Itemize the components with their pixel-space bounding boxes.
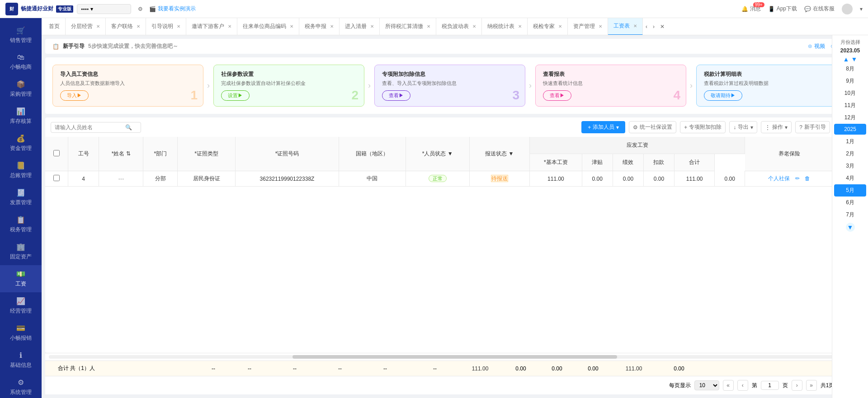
month-item-10[interactable]: 10月 <box>834 87 866 99</box>
tab-tax-rebate[interactable]: 税负波动表 ✕ <box>436 18 482 35</box>
tab-tax-expert[interactable]: 税检专家 ✕ <box>528 18 568 35</box>
select-all-checkbox[interactable] <box>53 150 60 156</box>
row-name: ▪▪▪ <box>99 171 143 187</box>
first-page-btn[interactable]: « <box>723 380 734 391</box>
month-item-12[interactable]: 12月 <box>834 112 866 124</box>
tab-asset-mgmt[interactable]: 资产管理 ✕ <box>568 18 608 35</box>
last-page-btn[interactable]: » <box>806 380 817 391</box>
sidebar-item-ledger[interactable]: 📒 总账管理 <box>0 157 42 184</box>
month-item-5[interactable]: 5月 <box>834 184 866 197</box>
sidebar-item-system[interactable]: ⚙ 系统管理 <box>0 374 42 398</box>
sidebar-item-invoice[interactable]: 🧾 发票管理 <box>0 184 42 211</box>
month-up-btn[interactable]: ▲ <box>843 56 850 63</box>
avatar[interactable] <box>842 4 853 14</box>
month-item-11[interactable]: 11月 <box>834 99 866 112</box>
prev-page-btn[interactable]: ‹ <box>737 380 748 391</box>
tab-next-btn[interactable]: › <box>650 18 657 35</box>
settings-icon[interactable]: ⚙ <box>135 4 146 14</box>
sidebar-item-inventory[interactable]: 📊 库存核算 <box>0 103 42 130</box>
step-btn-5[interactable]: 敬请期待▶ <box>704 90 742 101</box>
th-status[interactable]: *人员状态 ▼ <box>406 137 469 171</box>
tab-clearbook[interactable]: 进入清册 ✕ <box>340 18 380 35</box>
tab-tax-report-close[interactable]: ✕ <box>330 24 334 29</box>
operate-btn[interactable]: ⋮ 操作 ▾ <box>761 121 792 133</box>
action-edit[interactable]: ✏ <box>795 175 800 182</box>
tab-tax-stats-close[interactable]: ✕ <box>518 24 522 29</box>
step-btn-1[interactable]: 导入▶ <box>60 90 89 101</box>
sidebar-item-operations[interactable]: 📈 经营管理 <box>0 292 42 319</box>
action-social-insurance[interactable]: 个人社保 <box>768 175 790 182</box>
tab-partition-close[interactable]: ✕ <box>96 24 100 29</box>
sidebar-item-tax[interactable]: 📋 税务管理 <box>0 211 42 238</box>
next-page-btn[interactable]: › <box>792 380 802 391</box>
tab-tax-expert-close[interactable]: ✕ <box>558 24 562 29</box>
step-btn-3[interactable]: 查看▶ <box>382 90 410 101</box>
tab-asset-mgmt-close[interactable]: ✕ <box>599 24 602 29</box>
new-guide-btn[interactable]: ? 新手引导 <box>795 121 830 133</box>
online-service-btn[interactable]: 💬 在线客服 <box>804 5 835 13</box>
tab-tax-stats[interactable]: 纳税统计表 ✕ <box>482 18 528 35</box>
month-item-9[interactable]: 9月 <box>834 75 866 87</box>
tab-tax-calc[interactable]: 所得税汇算清缴 ✕ <box>380 18 436 35</box>
tab-close-all-btn[interactable]: ✕ <box>657 18 667 35</box>
tab-tax-rebate-close[interactable]: ✕ <box>472 24 476 29</box>
sidebar-item-basic[interactable]: ℹ 基础信息 <box>0 346 42 374</box>
tab-home[interactable]: 首页 <box>43 18 66 35</box>
search-icon[interactable]: 🔍 <box>125 124 132 131</box>
sidebar-item-salary[interactable]: 💵 工资 <box>0 265 42 292</box>
step-btn-2[interactable]: 设置▶ <box>221 90 250 101</box>
notification-btn[interactable]: 🔔 消息 99+ <box>741 5 761 13</box>
sidebar-item-assets[interactable]: 🏢 固定资产 <box>0 238 42 265</box>
sidebar-item-purchase[interactable]: 📦 采购管理 <box>0 75 42 103</box>
company-selector[interactable]: ▪▪▪▪ ▾ <box>77 4 131 14</box>
month-item-8[interactable]: 8月 <box>834 63 866 75</box>
tab-invite[interactable]: 邀请下游客户 ✕ <box>186 18 237 35</box>
tab-payroll[interactable]: 工资表 ✕ <box>608 18 643 35</box>
page-size-select[interactable]: 10 20 50 100 <box>694 380 719 390</box>
unified-settings-btn[interactable]: ⚙ 统一社保设置 <box>629 121 676 133</box>
search-input[interactable] <box>55 124 123 131</box>
row-dept: 分部 <box>143 171 178 187</box>
demo-link[interactable]: 🎬 我要看实例演示 <box>149 5 196 13</box>
month-item-6[interactable]: 6月 <box>834 197 866 209</box>
user-menu-btn[interactable]: ▾ <box>860 6 863 12</box>
month-down-btn[interactable]: ▼ <box>851 56 858 63</box>
tab-clearbook-close[interactable]: ✕ <box>370 24 374 29</box>
sidebar-item-finance[interactable]: 💰 资金管理 <box>0 130 42 157</box>
sidebar-item-sales[interactable]: 🛒 销售管理 <box>0 22 42 49</box>
month-item-7[interactable]: 7月 <box>834 209 866 221</box>
row-select-checkbox[interactable] <box>53 175 60 181</box>
tab-guide[interactable]: 引导说明 ✕ <box>146 18 186 35</box>
th-report-status[interactable]: 报送状态 ▼ <box>469 137 529 171</box>
page-input[interactable] <box>761 381 779 390</box>
logo-area: 财 畅捷通好业财 专业版 <box>5 3 73 15</box>
add-person-btn[interactable]: + 添加人员 ▾ <box>581 121 625 133</box>
app-download-btn[interactable]: 📱 App下载 <box>768 5 797 13</box>
th-name[interactable]: *姓名 ⇅ <box>99 137 143 171</box>
tab-tax-report[interactable]: 税务申报 ✕ <box>299 18 340 35</box>
tab-invite-close[interactable]: ✕ <box>228 24 231 29</box>
special-deduct-btn[interactable]: + 专项附加扣除 <box>680 121 726 133</box>
export-btn[interactable]: ↓ 导出 ▾ <box>729 121 757 133</box>
tab-guide-close[interactable]: ✕ <box>177 24 180 29</box>
tab-prev-btn[interactable]: ‹ <box>643 18 650 35</box>
month-item-2[interactable]: 2月 <box>834 148 866 160</box>
month-item-1[interactable]: 1月 <box>834 136 866 148</box>
tab-customer[interactable]: 客户联络 ✕ <box>106 18 146 35</box>
horizontal-scrollbar[interactable] <box>45 353 864 361</box>
tab-payroll-close[interactable]: ✕ <box>633 23 637 28</box>
month-item-4[interactable]: 4月 <box>834 172 866 184</box>
action-delete[interactable]: 🗑 <box>805 175 810 182</box>
sidebar-item-marketing[interactable]: 💳 小畅报销 <box>0 319 42 346</box>
sidebar-item-ecommerce[interactable]: 🛍 小畅电商 <box>0 49 42 75</box>
tab-partition[interactable]: 分层经营 ✕ <box>66 18 106 35</box>
step-btn-4[interactable]: 查看▶ <box>543 90 571 101</box>
month-item-3[interactable]: 3月 <box>834 160 866 172</box>
month-collapse-btn[interactable]: ▼ <box>846 223 855 232</box>
scrollbar-thumb[interactable] <box>292 355 617 359</box>
tab-product-code[interactable]: 往来单位商品编码 ✕ <box>237 18 299 35</box>
tab-customer-close[interactable]: ✕ <box>137 24 140 29</box>
tab-tax-calc-close[interactable]: ✕ <box>427 24 430 29</box>
tab-product-code-close[interactable]: ✕ <box>290 24 293 29</box>
guide-video-link[interactable]: ⊙ 视频 <box>808 42 825 50</box>
